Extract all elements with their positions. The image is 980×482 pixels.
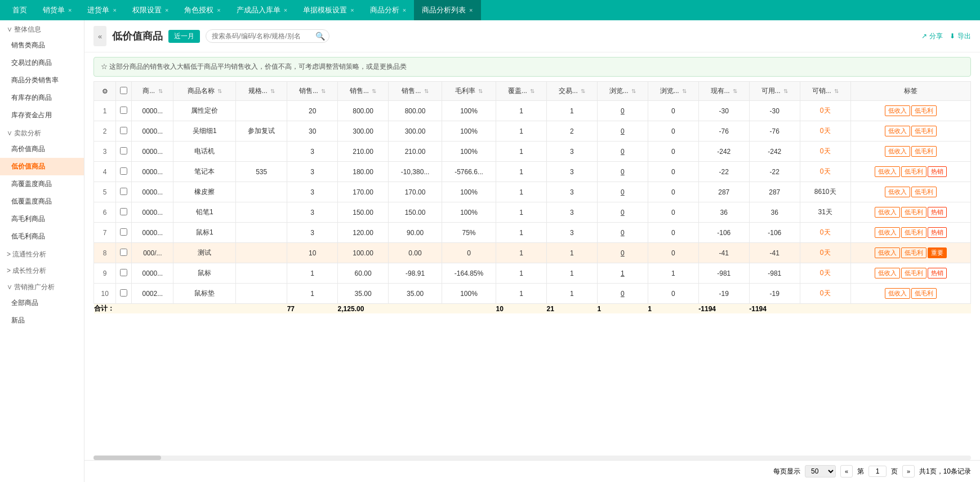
row-checkbox[interactable] bbox=[120, 107, 127, 114]
row-checkbox-cell[interactable] bbox=[116, 141, 132, 162]
row-checkbox-cell[interactable] bbox=[116, 223, 132, 243]
row-checkbox-cell[interactable] bbox=[116, 121, 132, 141]
col-margin[interactable]: 毛利率 ⇅ bbox=[442, 82, 496, 101]
nav-home[interactable]: 首页 bbox=[5, 0, 35, 20]
close-icon[interactable]: × bbox=[165, 7, 168, 14]
close-icon[interactable]: × bbox=[403, 7, 406, 14]
sidebar-item-traded-goods[interactable]: 交易过的商品 bbox=[0, 54, 84, 72]
row-browse1[interactable]: 0 bbox=[597, 284, 648, 304]
col-browse2[interactable]: 浏览... ⇅ bbox=[648, 82, 698, 101]
row-checkbox-cell[interactable] bbox=[116, 202, 132, 223]
close-icon[interactable]: × bbox=[113, 7, 116, 14]
sidebar-item-low-margin[interactable]: 低毛利商品 bbox=[0, 228, 84, 245]
row-browse1[interactable]: 0 bbox=[597, 101, 648, 121]
sidebar-item-high-margin[interactable]: 高毛利商品 bbox=[0, 210, 84, 228]
col-sale1[interactable]: 销售... ⇅ bbox=[338, 82, 389, 101]
row-browse1[interactable]: 1 bbox=[597, 263, 648, 284]
row-checkbox[interactable] bbox=[120, 249, 127, 256]
row-browse1[interactable]: 0 bbox=[597, 182, 648, 202]
first-page-button[interactable]: « bbox=[840, 465, 853, 477]
nav-roles[interactable]: 角色授权 × bbox=[176, 0, 228, 20]
search-icon[interactable]: 🔍 bbox=[315, 32, 325, 41]
row-checkbox-cell[interactable] bbox=[116, 182, 132, 202]
row-checkbox[interactable] bbox=[120, 127, 127, 134]
row-checkbox[interactable] bbox=[120, 228, 127, 236]
row-browse1[interactable]: 0 bbox=[597, 121, 648, 141]
browse1-link[interactable]: 0 bbox=[621, 168, 625, 176]
sidebar-item-category-rate[interactable]: 商品分类销售率 bbox=[0, 72, 84, 89]
sidebar-item-stock-capital[interactable]: 库存资金占用 bbox=[0, 107, 84, 124]
sidebar-item-new-goods[interactable]: 新品 bbox=[0, 312, 84, 329]
browse1-link[interactable]: 0 bbox=[621, 148, 625, 156]
row-checkbox-cell[interactable] bbox=[116, 263, 132, 284]
select-all-checkbox[interactable] bbox=[120, 87, 127, 94]
browse1-link[interactable]: 1 bbox=[621, 269, 625, 277]
filter-period-button[interactable]: 近一月 bbox=[168, 30, 200, 43]
per-page-select[interactable]: 50 100 200 bbox=[805, 465, 836, 477]
page-input[interactable] bbox=[868, 466, 887, 477]
col-avail[interactable]: 可用... ⇅ bbox=[749, 82, 800, 101]
nav-purchase[interactable]: 进货单 × bbox=[79, 0, 124, 20]
row-checkbox[interactable] bbox=[120, 289, 127, 297]
next-page-button[interactable]: » bbox=[902, 465, 915, 477]
row-browse1[interactable]: 0 bbox=[597, 223, 648, 243]
col-sale2[interactable]: 销售... ⇅ bbox=[389, 82, 442, 101]
row-checkbox[interactable] bbox=[120, 208, 127, 215]
browse1-link[interactable]: 0 bbox=[621, 188, 625, 196]
export-button[interactable]: ⬇ 导出 bbox=[950, 32, 971, 41]
sidebar-item-all-goods[interactable]: 全部商品 bbox=[0, 294, 84, 312]
sidebar-item-sales-goods[interactable]: 销售类商品 bbox=[0, 37, 84, 54]
nav-sales[interactable]: 销货单 × bbox=[35, 0, 79, 20]
col-settings[interactable]: ⚙ bbox=[94, 82, 116, 101]
row-checkbox[interactable] bbox=[120, 188, 127, 195]
row-checkbox-cell[interactable] bbox=[116, 162, 132, 182]
col-spec[interactable]: 规格... ⇅ bbox=[236, 82, 287, 101]
col-checkbox[interactable] bbox=[116, 82, 132, 101]
close-icon[interactable]: × bbox=[350, 7, 354, 14]
browse1-link[interactable]: 0 bbox=[621, 229, 625, 237]
nav-permissions[interactable]: 权限设置 × bbox=[124, 0, 176, 20]
close-icon[interactable]: × bbox=[217, 7, 220, 14]
row-browse1[interactable]: 0 bbox=[597, 243, 648, 263]
close-icon[interactable]: × bbox=[68, 7, 72, 14]
browse1-link[interactable]: 0 bbox=[621, 107, 625, 115]
col-browse1[interactable]: 浏览... ⇅ bbox=[597, 82, 648, 101]
row-checkbox[interactable] bbox=[120, 147, 127, 154]
col-trade[interactable]: 交易... ⇅ bbox=[546, 82, 597, 101]
close-icon[interactable]: × bbox=[284, 7, 287, 14]
col-saleable[interactable]: 可销... ⇅ bbox=[800, 82, 850, 101]
row-browse1[interactable]: 0 bbox=[597, 202, 648, 223]
col-code[interactable]: 商... ⇅ bbox=[132, 82, 173, 101]
sidebar-group-flow[interactable]: > 流通性分析 bbox=[0, 245, 84, 262]
col-stock[interactable]: 现有... ⇅ bbox=[698, 82, 749, 101]
nav-product-analysis[interactable]: 商品分析 × bbox=[362, 0, 414, 20]
sidebar-item-high-coverage[interactable]: 高覆盖度商品 bbox=[0, 175, 84, 193]
row-checkbox-cell[interactable] bbox=[116, 243, 132, 263]
row-checkbox-cell[interactable] bbox=[116, 284, 132, 304]
sidebar-item-stock-goods[interactable]: 有库存的商品 bbox=[0, 89, 84, 107]
row-browse1[interactable]: 0 bbox=[597, 162, 648, 182]
scrollbar-thumb[interactable] bbox=[93, 456, 161, 460]
sidebar-item-low-coverage[interactable]: 低覆盖度商品 bbox=[0, 193, 84, 210]
search-input[interactable] bbox=[206, 29, 329, 43]
sidebar-item-high-value[interactable]: 高价值商品 bbox=[0, 140, 84, 158]
table-container[interactable]: ⚙ 商... ⇅ 商品名称 ⇅ 规格... ⇅ 销售... ⇅ 销售... ⇅ … bbox=[84, 81, 980, 456]
sidebar-group-growth[interactable]: > 成长性分析 bbox=[0, 262, 84, 278]
browse1-link[interactable]: 0 bbox=[621, 290, 625, 298]
horizontal-scrollbar[interactable] bbox=[93, 456, 971, 460]
nav-warehouse[interactable]: 产成品入库单 × bbox=[229, 0, 295, 20]
row-browse1[interactable]: 0 bbox=[597, 141, 648, 162]
browse1-link[interactable]: 0 bbox=[621, 127, 625, 135]
col-name[interactable]: 商品名称 ⇅ bbox=[173, 82, 236, 101]
browse1-link[interactable]: 0 bbox=[621, 249, 625, 257]
col-qty[interactable]: 销售... ⇅ bbox=[287, 82, 338, 101]
row-checkbox[interactable] bbox=[120, 269, 127, 276]
row-checkbox[interactable] bbox=[120, 167, 127, 175]
sidebar-item-low-value[interactable]: 低价值商品 bbox=[0, 158, 84, 175]
browse1-link[interactable]: 0 bbox=[621, 209, 625, 216]
col-cover[interactable]: 覆盖... ⇅ bbox=[496, 82, 547, 101]
share-button[interactable]: ↗ 分享 bbox=[921, 32, 943, 41]
collapse-sidebar-button[interactable]: « bbox=[93, 26, 106, 46]
nav-product-analysis-list[interactable]: 商品分析列表 × bbox=[414, 0, 480, 20]
nav-template[interactable]: 单据模板设置 × bbox=[295, 0, 362, 20]
